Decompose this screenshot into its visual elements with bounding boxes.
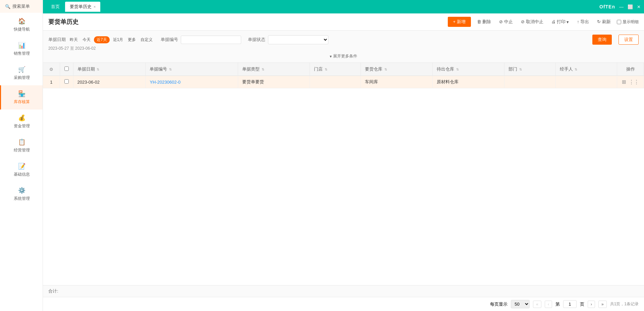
status-select[interactable] [268, 35, 328, 44]
cell-doc-type: 要货单要货 [238, 76, 310, 88]
query-button[interactable]: 查询 [592, 35, 612, 45]
col-req-warehouse[interactable]: 要货仓库 ⇅ [361, 63, 433, 76]
cell-doc-num: YH-20230602-0 [146, 76, 238, 88]
sidebar-item-label: 系统管理 [14, 196, 30, 202]
table-body: 1 2023-06-02 YH-20230602-0 要货单要货 车间库 原材料… [43, 76, 644, 88]
date-7days[interactable]: 近7天 [94, 36, 110, 43]
show-detail-label: 显示明细 [623, 19, 639, 25]
sort-icon-date: ⇅ [97, 68, 99, 71]
tab-home[interactable]: 首页 [46, 2, 64, 12]
doc-num-link[interactable]: YH-20230602-0 [150, 80, 180, 85]
col-pending-warehouse-label: 待出仓库 [437, 66, 454, 72]
col-req-warehouse-label: 要货仓库 [365, 66, 382, 72]
system-icon: ⚙️ [18, 187, 25, 194]
print-dropdown-icon[interactable]: ▾ [567, 19, 569, 25]
col-doc-num-label: 单据编号 [150, 66, 167, 72]
col-dept[interactable]: 部门 ⇅ [504, 63, 556, 76]
tab-close-icon[interactable]: × [94, 5, 96, 9]
sidebar-item-inventory[interactable]: 🏪 库存核算 [0, 85, 43, 109]
page-size-select[interactable]: 2050100200 [511, 300, 530, 308]
maximize-button[interactable]: ⬜ [628, 4, 633, 9]
tab-home-label: 首页 [51, 4, 60, 10]
gear-settings-col[interactable]: ⚙ [43, 63, 60, 76]
checkbox-col[interactable] [60, 63, 73, 76]
data-table: ⚙ 单据日期 ⇅ 单据编号 ⇅ 单据类型 [43, 63, 644, 88]
sidebar: 🔍 搜索菜单 🏠 快捷导航 📊 销售管理 🛒 采购管理 🏪 库存核算 💰 资金管… [0, 0, 43, 311]
col-date-label: 单据日期 [77, 66, 95, 72]
content-area: 要货单历史 + 新增 🗑 删除 ⊘ 中止 ⊘ 取消中止 🖨 打印 ▾ ↑ 导出 … [43, 13, 644, 311]
home-icon: 🏠 [18, 17, 25, 25]
page-header: 要货单历史 + 新增 🗑 删除 ⊘ 中止 ⊘ 取消中止 🖨 打印 ▾ ↑ 导出 … [43, 13, 644, 31]
expand-more-button[interactable]: ▾ 展开更多条件 [48, 51, 639, 60]
new-button[interactable]: + 新增 [448, 17, 471, 27]
settings-button[interactable]: 设置 [619, 35, 639, 45]
sidebar-search[interactable]: 🔍 搜索菜单 [0, 0, 43, 13]
date-custom[interactable]: 自定义 [139, 36, 154, 43]
page-suffix: 页 [580, 301, 584, 307]
tab-requisition-history[interactable]: 要货单历史 × [65, 2, 100, 12]
sales-icon: 📊 [18, 42, 25, 49]
col-actions-label: 操作 [626, 66, 635, 72]
show-detail-toggle[interactable]: 显示明细 [617, 19, 639, 25]
sidebar-item-finance[interactable]: 💰 资金管理 [0, 109, 43, 134]
stop-button[interactable]: ⊘ 中止 [497, 17, 515, 26]
next-page-button[interactable]: › [588, 301, 595, 308]
date-1month[interactable]: 近1月 [112, 36, 125, 43]
first-page-button[interactable]: « [533, 301, 541, 308]
sort-icon-type: ⇅ [262, 68, 264, 71]
sidebar-item-sales[interactable]: 📊 销售管理 [0, 37, 43, 61]
cell-checkbox[interactable] [60, 76, 73, 88]
col-doc-type[interactable]: 单据类型 ⇅ [238, 63, 310, 76]
date-today[interactable]: 今天 [81, 36, 92, 43]
cell-num: 1 [43, 76, 60, 88]
col-dept-label: 部门 [508, 66, 517, 72]
export-button[interactable]: ↑ 导出 [575, 17, 591, 26]
col-handler[interactable]: 经手人 ⇅ [555, 63, 617, 76]
select-all-checkbox[interactable] [64, 66, 69, 71]
sidebar-item-purchase[interactable]: 🛒 采购管理 [0, 61, 43, 85]
col-date[interactable]: 单据日期 ⇅ [73, 63, 146, 76]
brand-label: OfTEn [599, 4, 615, 9]
last-page-button[interactable]: » [598, 301, 607, 308]
date-shortcuts: 昨天 今天 近7天 近1月 更多 自定义 [68, 36, 154, 43]
search-icon: 🔍 [5, 4, 10, 9]
table-container: ⚙ 单据日期 ⇅ 单据编号 ⇅ 单据类型 [43, 63, 644, 285]
col-pending-warehouse[interactable]: 待出仓库 ⇅ [433, 63, 504, 76]
inventory-icon: 🏪 [18, 90, 25, 97]
date-more[interactable]: 更多 [126, 36, 137, 43]
basic-icon: 📝 [18, 163, 25, 170]
sort-icon-store: ⇅ [325, 68, 327, 71]
sort-icon-doc: ⇅ [169, 68, 172, 71]
show-detail-checkbox[interactable] [617, 20, 621, 24]
sidebar-search-label: 搜索菜单 [12, 3, 30, 9]
toolbar: + 新增 🗑 删除 ⊘ 中止 ⊘ 取消中止 🖨 打印 ▾ ↑ 导出 ↻ 刷新 显… [448, 17, 639, 27]
sidebar-item-label: 资金管理 [14, 123, 30, 129]
doc-number-input[interactable] [181, 36, 241, 44]
sidebar-item-system[interactable]: ⚙️ 系统管理 [0, 182, 43, 206]
sidebar-item-basic[interactable]: 📝 基础信息 [0, 158, 43, 182]
prev-page-button[interactable]: ‹ [545, 301, 552, 308]
tab-requisition-label: 要货单历史 [70, 4, 92, 10]
pagination-total: 共1页，1条记录 [610, 301, 639, 307]
refresh-button[interactable]: ↻ 刷新 [595, 17, 613, 26]
view-action-icon[interactable]: ⊞ [622, 79, 626, 85]
topbar: 首页 要货单历史 × OfTEn — ⬜ ✕ [43, 0, 644, 13]
print-button[interactable]: 🖨 打印 ▾ [549, 17, 571, 26]
col-doc-num[interactable]: 单据编号 ⇅ [146, 63, 238, 76]
date-yesterday[interactable]: 昨天 [68, 36, 79, 43]
more-action-icon[interactable]: ⋮⋮ [629, 79, 639, 85]
sidebar-item-label: 销售管理 [14, 51, 30, 56]
sidebar-item-operations[interactable]: 📋 经营管理 [0, 134, 43, 158]
page-number-input[interactable] [563, 300, 577, 308]
table-row: 1 2023-06-02 YH-20230602-0 要货单要货 车间库 原材料… [43, 76, 644, 88]
delete-button[interactable]: 🗑 删除 [475, 17, 493, 26]
table-header-row: ⚙ 单据日期 ⇅ 单据编号 ⇅ 单据类型 [43, 63, 644, 76]
col-store[interactable]: 门店 ⇅ [310, 63, 361, 76]
sidebar-item-label: 采购管理 [14, 75, 30, 81]
date-filter-group: 单据日期 昨天 今天 近7天 近1月 更多 自定义 [48, 36, 154, 43]
status-label: 单据状态 [248, 37, 265, 43]
minimize-button[interactable]: — [619, 4, 624, 9]
sidebar-item-quick-nav[interactable]: 🏠 快捷导航 [0, 13, 43, 37]
close-button[interactable]: ✕ [637, 4, 641, 9]
cancel-stop-button[interactable]: ⊘ 取消中止 [519, 17, 545, 26]
